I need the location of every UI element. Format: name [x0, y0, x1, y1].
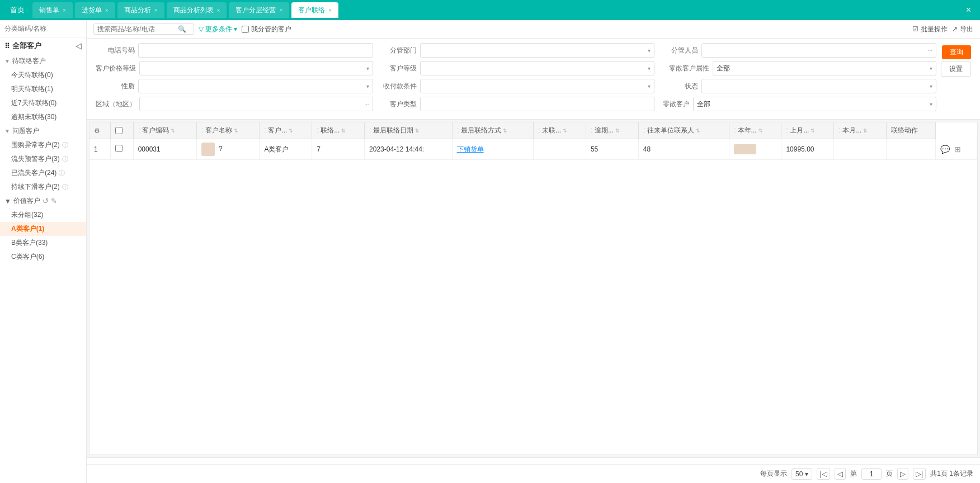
- batch-op-btn[interactable]: ☑ 批量操作: [912, 25, 948, 34]
- close-tab-product-list[interactable]: ×: [217, 7, 220, 13]
- group-problem-customers[interactable]: ▼ 问题客户: [0, 124, 86, 138]
- col-name[interactable]: ⁚ 客户名称 ⇅: [196, 122, 260, 139]
- col-customer-type[interactable]: ⁚ 客户... ⇅: [260, 122, 312, 139]
- close-tab-purchase[interactable]: ×: [105, 7, 109, 13]
- cell-check[interactable]: [110, 139, 133, 160]
- h-scroll[interactable]: [87, 457, 980, 464]
- filter-nature-select[interactable]: ▾: [138, 79, 373, 93]
- data-table: ⚙ ⁚ 客户编码 ⇅: [89, 122, 977, 160]
- filter-customer-type-input[interactable]: [420, 97, 655, 111]
- col-last-month[interactable]: ⁚ 上月... ⇅: [781, 122, 834, 139]
- select-all-checkbox[interactable]: [115, 127, 123, 134]
- sidebar-item-churned[interactable]: 已流失客户(24) ⓘ: [0, 166, 86, 180]
- col-date-separator: ⁚: [369, 127, 371, 135]
- first-page-btn[interactable]: |◁: [817, 468, 830, 480]
- filter-region-input[interactable]: ···: [139, 97, 373, 111]
- filter-payment-select[interactable]: ▾: [420, 79, 655, 93]
- filter-retail-select[interactable]: 全部 ▾: [693, 97, 936, 111]
- cell-last-contact-date: 2023-04-12 14:44:: [365, 139, 453, 160]
- export-icon: ↗: [952, 25, 958, 33]
- col-no-contact-sort-icon: ⇅: [563, 128, 567, 134]
- filter-region: 区域（地区） ···: [96, 97, 373, 111]
- sidebar-item-c-customers[interactable]: C类客户(6): [0, 250, 86, 264]
- close-tab-customer-ops[interactable]: ×: [279, 7, 282, 13]
- tab-purchase[interactable]: 进货单 ×: [75, 2, 115, 18]
- filter-dept: 分管部门 ▾: [378, 43, 655, 58]
- retail-attr-arrow-icon: ▾: [930, 65, 932, 72]
- col-thism-separator: ⁚: [838, 127, 841, 135]
- refresh-icon[interactable]: ↺: [43, 197, 49, 205]
- row-checkbox[interactable]: [115, 145, 123, 152]
- group-pending-contact[interactable]: ▼ 待联络客户: [0, 54, 86, 68]
- filter-manager-input[interactable]: ···: [701, 43, 936, 58]
- close-tab-customer-contact[interactable]: ×: [328, 7, 332, 13]
- page-size-select[interactable]: 50 ▾: [791, 468, 812, 480]
- filter-search-input[interactable]: [97, 25, 176, 33]
- tab-customer-contact[interactable]: 客户联络 ×: [291, 2, 338, 18]
- col-no-contact[interactable]: ⁚ 未联... ⇅: [534, 122, 586, 139]
- tab-product-list[interactable]: 商品分析列表 ×: [167, 2, 227, 18]
- next-page-btn[interactable]: ▷: [897, 468, 908, 480]
- more-conditions-btn[interactable]: ▽ 更多条件 ▾: [199, 25, 237, 34]
- cell-this-year: 10995.00: [781, 139, 834, 160]
- col-overdue[interactable]: ⁚ 逾期... ⇅: [586, 122, 638, 139]
- col-this-year[interactable]: ⁚ 本年... ⇅: [729, 122, 781, 139]
- filter-search-icon[interactable]: 🔍: [178, 25, 186, 33]
- filter-phone: 电话号码: [96, 43, 373, 58]
- col-unit-contact[interactable]: ⁚ 往来单位联系人 ⇅: [638, 122, 729, 139]
- col-year-sort-icon: ⇅: [758, 128, 763, 134]
- filter-customer-level-select[interactable]: ▾: [420, 61, 655, 75]
- sidebar-item-7day-contact[interactable]: 近7天待联络(0): [0, 96, 86, 110]
- col-code[interactable]: ⁚ 客户编码 ⇅: [133, 122, 196, 139]
- my-customers-checkbox[interactable]: [242, 26, 249, 33]
- col-check[interactable]: [110, 122, 133, 139]
- filter-price-level-select[interactable]: ▾: [139, 61, 373, 75]
- filter-retail-attr-select[interactable]: 全部 ▾: [713, 61, 936, 75]
- nav-home[interactable]: 首页: [4, 5, 30, 15]
- chat-icon[interactable]: 💬: [940, 145, 950, 154]
- tab-customer-ops[interactable]: 客户分层经营 ×: [229, 2, 289, 18]
- filter-nature: 性质 ▾: [96, 79, 373, 93]
- col-this-month[interactable]: ⁚ 本月... ⇅: [834, 122, 887, 139]
- col-last-contact-date[interactable]: ⁚ 最后联络日期 ⇅: [365, 122, 453, 139]
- cell-unit-contact: [729, 139, 781, 160]
- sidebar-item-overdue-contact[interactable]: 逾期未联络(30): [0, 110, 86, 124]
- sidebar-item-b-customers[interactable]: B类客户(33): [0, 236, 86, 250]
- qr-icon[interactable]: ⊞: [954, 145, 961, 154]
- filter-status-select[interactable]: ▾: [701, 79, 936, 93]
- col-last-contact-method[interactable]: ⁚ 最后联络方式 ⇅: [452, 122, 534, 139]
- page-number-input[interactable]: [861, 468, 882, 480]
- col-seq[interactable]: ⚙: [89, 122, 110, 139]
- filter-dept-select[interactable]: ▾: [420, 43, 655, 58]
- last-page-btn[interactable]: ▷|: [913, 468, 926, 480]
- col-contact-count[interactable]: ⁚ 联络... ⇅: [312, 122, 365, 139]
- cell-last-contact-method[interactable]: 下销货单: [452, 139, 534, 160]
- sidebar-item-declining[interactable]: 持续下滑客户(2) ⓘ: [0, 180, 86, 194]
- col-method-separator: ⁚: [457, 127, 459, 135]
- prev-page-btn[interactable]: ◁: [835, 468, 846, 480]
- sidebar-item-abnormal[interactable]: 囤购异常客户(2) ⓘ: [0, 138, 86, 152]
- sidebar-search-input[interactable]: [4, 25, 87, 32]
- filter-row-2: 客户价格等级 ▾ 客户等级 ▾: [96, 61, 936, 75]
- sidebar-item-a-customers[interactable]: A类客户(1): [0, 222, 86, 236]
- sidebar-collapse-btn[interactable]: ◁: [76, 41, 82, 50]
- sidebar-item-unclassified[interactable]: 未分组(32): [0, 208, 86, 222]
- close-all-tabs[interactable]: ×: [962, 5, 976, 15]
- close-tab-product-analysis[interactable]: ×: [154, 7, 158, 13]
- tab-product-analysis[interactable]: 商品分析 ×: [117, 2, 164, 18]
- main-layout: 🔍 ⠿ 全部客户 ◁ ▼ 待联络客户 今天待联络(0) 明天待联络(1) 近7天…: [0, 20, 980, 483]
- export-btn[interactable]: ↗ 导出: [952, 25, 973, 34]
- edit-icon[interactable]: ✎: [51, 197, 57, 205]
- query-btn[interactable]: 查询: [942, 45, 971, 59]
- row-actions: 💬 ⊞: [940, 145, 972, 154]
- sidebar-item-churn-warning[interactable]: 流失预警客户(3) ⓘ: [0, 152, 86, 166]
- cell-overdue2: 48: [638, 139, 729, 160]
- contact-method-link[interactable]: 下销货单: [457, 145, 484, 153]
- sidebar-item-tomorrow-contact[interactable]: 明天待联络(1): [0, 82, 86, 96]
- settings-icon[interactable]: ⚙: [94, 127, 100, 135]
- tab-sales[interactable]: 销售单 ×: [32, 2, 73, 18]
- sidebar-item-today-contact[interactable]: 今天待联络(0): [0, 68, 86, 82]
- close-tab-sales[interactable]: ×: [63, 7, 66, 13]
- settings-btn[interactable]: 设置: [941, 61, 971, 77]
- filter-phone-input[interactable]: [138, 43, 373, 58]
